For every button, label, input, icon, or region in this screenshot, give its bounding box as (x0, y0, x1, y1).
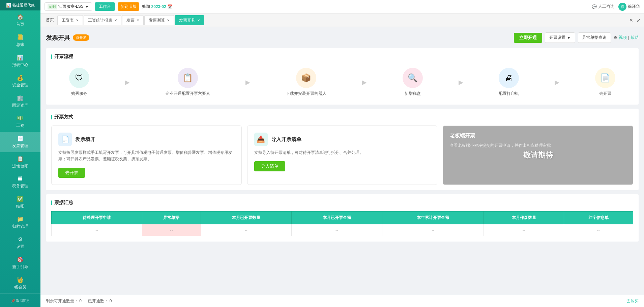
period-value: 2023-02 (151, 4, 166, 9)
sidebar-item-label: 工资 (16, 123, 24, 129)
maximize-button[interactable]: ⤢ (636, 17, 641, 24)
video-help-label[interactable]: 视频 (619, 35, 627, 40)
bottom-bar-info: 剩余可开通数量： 0 已开通数： 0 (46, 298, 112, 304)
sidebar-item-home[interactable]: 🏠 首页 (0, 10, 40, 31)
flow-step-configure[interactable]: 📋 企业开通配置开票六要素 (166, 68, 210, 96)
status-badge: 待开通 (73, 34, 89, 41)
settings-icon: ⚙ (18, 236, 23, 243)
summary-table-body: -- -- -- -- -- -- -- (52, 224, 633, 236)
flow-step-buy[interactable]: 🛡 购买服务 (69, 68, 89, 96)
period-label: 账期 (142, 4, 150, 9)
manual-fill-icon: 📄 (58, 133, 72, 146)
sidebar-item-settings[interactable]: ⚙ 设置 (0, 233, 40, 253)
sidebar: 📊 畅捷通易代账 🏠 首页 📒 总账 📊 报表中心 💰 资金管理 🏢 固定资产 … (0, 0, 40, 307)
app-logo: 📊 畅捷通易代账 (0, 0, 40, 10)
sidebar-item-invoice[interactable]: 🧾 发票管理 (0, 132, 40, 152)
flow-arrow-5: ▶ (555, 79, 559, 86)
flow-arrow-2: ▶ (245, 79, 250, 86)
company-tag: 勿删 (48, 4, 57, 9)
flow-arrow-4: ▶ (459, 79, 463, 86)
tab-invoice-calc-close[interactable]: ✕ (167, 19, 170, 22)
page-title-area: 发票开具 待开通 (46, 34, 89, 42)
manual-fill-desc: 支持按照发票样式手工填写开发票；可开具增值税电子普通发票、增值税普通发票、增值税… (58, 149, 235, 162)
summary-data-row: -- -- -- -- -- -- -- (52, 224, 633, 236)
pin-icon: 📌 (11, 299, 16, 303)
sidebar-item-archive[interactable]: 📁 归档管理 (0, 213, 40, 233)
oldver-button[interactable]: 切到旧版 (118, 2, 139, 11)
consult-icon: 💬 (592, 4, 597, 9)
tab-invoice-open-close[interactable]: ✕ (197, 19, 200, 22)
sidebar-item-reports[interactable]: 📊 报表中心 (0, 51, 40, 71)
consult-button[interactable]: 💬 人工咨询 (592, 4, 614, 9)
sidebar-item-settlement[interactable]: ✅ 结账 (0, 192, 40, 213)
page-title: 发票开具 (46, 34, 70, 42)
sidebar-item-tax[interactable]: 🏛 税务管理 (0, 172, 40, 192)
abnormal-query-button[interactable]: 异常单据查询 (578, 32, 611, 43)
sidebar-item-assets[interactable]: 🏢 固定资产 (0, 91, 40, 112)
import-list-icon: 📥 (254, 133, 268, 146)
remaining-value: 0 (79, 299, 82, 303)
tab-salary-report[interactable]: 工资统计报表 ✕ (84, 15, 121, 25)
help-label[interactable]: 帮助 (631, 35, 639, 40)
company-dropdown-icon: ▼ (85, 4, 89, 9)
topbar-left: 勿删 江西服室-LSS ▼ 工作台 切到旧版 账期 2023-02 📅 (45, 2, 173, 11)
flow-step-taxdisk[interactable]: 🔍 新增税盘 (403, 68, 423, 96)
purchase-icon: 📋 (17, 156, 24, 162)
taxdisk-label: 新增税盘 (405, 91, 421, 96)
sidebar-item-guide[interactable]: 🎯 新手引导 (0, 253, 40, 273)
flow-step-printer[interactable]: 🖨 配置打印机 (499, 68, 519, 96)
tab-salary-table-close[interactable]: ✕ (76, 19, 79, 22)
buy-link[interactable]: 去购买 (626, 298, 639, 304)
start-invoice-label: 去开票 (599, 91, 611, 96)
tab-invoice-open[interactable]: 发票开具 ✕ (175, 15, 204, 25)
methods-section-title: 开票方式 (51, 114, 633, 120)
configure-icon: 📋 (178, 68, 198, 88)
sidebar-item-purchase[interactable]: 📋 进销台账 (0, 152, 40, 172)
flow-step-download[interactable]: 📦 下载并安装开票机器人 (286, 68, 326, 96)
manual-fill-button[interactable]: 去开票 (58, 168, 85, 178)
flow-arrow-1: ▶ (125, 79, 130, 86)
import-list-desc: 支持导入待开票清单，可对待开票清单进行拆分、合并处理。 (254, 149, 431, 156)
workbench-button[interactable]: 工作台 (95, 2, 115, 11)
pin-label: 取消固定 (16, 299, 30, 303)
flow-section: 开票流程 🛡 购买服务 ▶ 📋 企业开通配置开票六要素 ▶ 📦 下载并安装开 (46, 48, 639, 105)
tab-salary-report-close[interactable]: ✕ (114, 19, 117, 22)
summary-cell-pending: -- (52, 224, 142, 236)
method-card-boss: 老板端开票 查看老板端小程序提交的开票申请，并作出相应处理审批 敬请期待 (443, 125, 633, 185)
user-menu[interactable]: 徐 徐泽华 (618, 3, 640, 11)
sidebar-item-label: 固定资产 (12, 103, 28, 108)
import-list-button[interactable]: 导入清单 (254, 161, 285, 171)
main-area: 勿删 江西服室-LSS ▼ 工作台 切到旧版 账期 2023-02 📅 💬 人工… (40, 0, 644, 307)
tab-invoice-calc[interactable]: 发票测算 ✕ (144, 15, 174, 25)
flow-section-title: 开票流程 (51, 54, 633, 60)
summary-header-abnormal: 异常单据 (142, 212, 201, 224)
sidebar-item-member[interactable]: 👑 畅会员 (0, 273, 40, 294)
company-selector[interactable]: 勿删 江西服室-LSS ▼ (45, 2, 92, 11)
sidebar-item-ledger[interactable]: 📒 总账 (0, 31, 40, 51)
sidebar-pin-button[interactable]: 📌 取消固定 (0, 297, 40, 305)
sidebar-item-payroll[interactable]: 💵 工资 (0, 112, 40, 132)
sidebar-item-label: 结账 (16, 203, 24, 209)
logo-text: 畅捷通易代账 (12, 3, 35, 8)
tab-salary-table[interactable]: 工资表 ✕ (57, 15, 83, 25)
tab-home[interactable]: 首页 (43, 15, 57, 25)
summary-header-month-count: 本月已开票数量 (201, 212, 291, 224)
summary-header-month-amount: 本月已开票金额 (291, 212, 382, 224)
open-settings-dropdown-icon: ▼ (567, 35, 571, 40)
summary-table: 待处理开票申请 异常单据 本月已开票数量 本月已开票金额 本年累计开票金额 本月… (51, 211, 633, 236)
methods-section: 开票方式 📄 发票填开 支持按照发票样式手工填写开发票；可开具增值税电子普通发票… (46, 109, 639, 190)
reports-icon: 📊 (17, 54, 24, 61)
sidebar-item-capital[interactable]: 💰 资金管理 (0, 71, 40, 91)
method-card-boss-header: 老板端开票 (450, 133, 626, 139)
summary-header-pending: 待处理开票申请 (52, 212, 142, 224)
open-now-button[interactable]: 立即开通 (514, 33, 542, 43)
tab-invoice-manage[interactable]: 发票 ✕ (122, 15, 144, 25)
opened-label: 已开通数： (88, 299, 108, 303)
tab-invoice-manage-close[interactable]: ✕ (137, 19, 139, 22)
summary-header-red-info: 红字信息单 (564, 212, 633, 224)
close-all-button[interactable]: ✕ (628, 17, 634, 24)
period-calendar-icon[interactable]: 📅 (168, 4, 173, 9)
page-content: 发票开具 待开通 立即开通 开票设置 ▼ 异常单据查询 ⚙ 视频 | 帮助 (40, 27, 644, 251)
open-settings-button[interactable]: 开票设置 ▼ (545, 32, 575, 43)
flow-step-start[interactable]: 📄 去开票 (595, 68, 615, 96)
